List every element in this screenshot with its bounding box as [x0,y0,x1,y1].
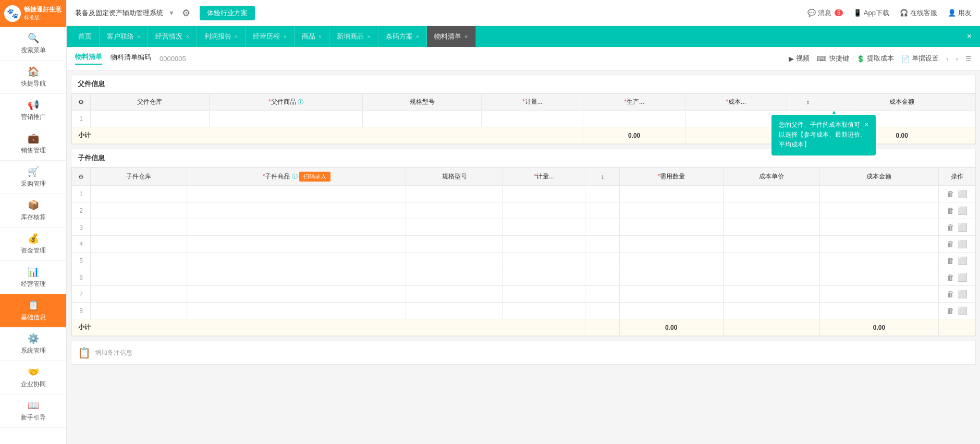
tab-new-product[interactable]: 新增商品 × [329,26,378,47]
doc-settings-button[interactable]: 📄 单据设置 [901,54,939,63]
child-qty-cell[interactable] [619,303,723,319]
th-sort[interactable]: ↕ [787,94,829,111]
child-unit-cell[interactable] [503,186,585,202]
child-product-cell[interactable] [187,186,406,202]
copy-icon[interactable]: ⬜ [958,189,967,199]
child-unit-cell[interactable] [503,253,585,269]
child-unit-cell[interactable] [503,286,585,303]
close-icon[interactable]: × [464,33,468,40]
child-unit-cost-cell[interactable] [723,303,819,319]
child-unit-cost-cell[interactable] [723,253,819,269]
child-spec-cell[interactable] [406,219,503,236]
child-sort-cell[interactable] [585,219,620,236]
dropdown-arrow-icon[interactable]: ▼ [168,9,175,17]
child-warehouse-cell[interactable] [91,303,187,319]
child-product-cell[interactable] [187,219,406,236]
close-icon[interactable]: × [283,33,286,40]
parent-product-cell[interactable] [209,111,363,127]
sidebar-item-basic-info[interactable]: 📋 基础信息 [0,294,66,328]
child-qty-cell[interactable] [619,236,723,253]
tab-bom[interactable]: 物料清单 × [427,26,475,47]
delete-icon[interactable]: 🗑 [947,273,954,282]
child-sort-cell[interactable] [585,269,620,286]
child-product-cell[interactable] [187,303,406,319]
notes-placeholder[interactable]: 增加备注信息 [95,349,132,357]
child-qty-cell[interactable] [619,219,723,236]
child-qty-cell[interactable] [619,253,723,269]
child-warehouse-cell[interactable] [91,186,187,202]
child-unit-cost-cell[interactable] [723,286,819,303]
delete-icon[interactable]: 🗑 [947,206,954,215]
child-spec-cell[interactable] [406,186,503,202]
copy-icon[interactable]: ⬜ [958,273,967,282]
child-unit-cost-cell[interactable] [723,269,819,286]
sidebar-item-search[interactable]: 🔍 搜索菜单 [0,27,66,61]
scan-button[interactable]: 扫码录入 [299,172,330,182]
parent-warehouse-cell[interactable] [91,111,210,127]
child-warehouse-cell[interactable] [91,269,187,286]
child-cost-amount-cell[interactable] [819,219,938,236]
menu-icon[interactable]: ☰ [965,55,972,63]
sidebar-item-sales[interactable]: 💼 销售管理 [0,127,66,161]
sidebar-item-guide[interactable]: 📖 新手引导 [0,394,66,428]
sub-tab-bom-code[interactable]: 物料清单编码 [111,53,151,64]
child-cost-amount-cell[interactable] [819,303,938,319]
parent-spec-cell[interactable] [363,111,482,127]
user-menu[interactable]: 👤 用友 [948,8,972,18]
child-cost-amount-cell[interactable] [819,186,938,202]
online-service-button[interactable]: 🎧 在线客服 [900,8,937,18]
tab-customer[interactable]: 客户联络 × [100,26,148,47]
delete-icon[interactable]: 🗑 [947,290,954,299]
child-sort-cell[interactable] [585,253,620,269]
close-icon[interactable]: × [186,33,189,40]
shortcut-button[interactable]: ⌨ 快捷键 [817,54,849,63]
child-unit-cell[interactable] [503,236,585,253]
sidebar-item-purchase[interactable]: 🛒 采购管理 [0,161,66,194]
child-spec-cell[interactable] [406,202,503,219]
copy-icon[interactable]: ⬜ [958,206,967,215]
child-unit-cost-cell[interactable] [723,236,819,253]
tab-history[interactable]: 经营历程 × [246,26,294,47]
sidebar-item-quick-nav[interactable]: 🏠 快捷导航 [0,61,66,94]
child-cost-amount-cell[interactable] [819,269,938,286]
close-icon[interactable]: × [367,33,370,40]
settings-gear-icon[interactable]: ⚙ [182,7,190,19]
th-settings[interactable]: ⚙ [72,94,91,111]
next-nav-button[interactable]: › [956,55,958,63]
child-sort-cell[interactable] [585,236,620,253]
delete-icon[interactable]: 🗑 [947,189,954,199]
video-button[interactable]: ▶ 视频 [789,54,810,63]
th-child-sort[interactable]: ↕ [585,168,620,186]
copy-icon[interactable]: ⬜ [958,290,967,299]
child-product-cell[interactable] [187,236,406,253]
child-sort-cell[interactable] [585,202,620,219]
sidebar-item-inventory[interactable]: 📦 库存核算 [0,194,66,227]
info-icon[interactable]: ⓘ [298,99,303,105]
child-product-cell[interactable] [187,202,406,219]
child-cost-amount-cell[interactable] [819,236,938,253]
sidebar-item-finance[interactable]: 💰 资金管理 [0,227,66,261]
th-child-settings[interactable]: ⚙ [72,168,91,186]
child-warehouse-cell[interactable] [91,253,187,269]
sidebar-item-ops[interactable]: 📊 经营管理 [0,261,66,294]
tab-ops-status[interactable]: 经营情况 × [148,26,197,47]
close-icon[interactable]: × [318,33,322,40]
child-product-cell[interactable] [187,253,406,269]
sidebar-item-collab[interactable]: 🤝 企业协同 [0,361,66,394]
delete-icon[interactable]: 🗑 [947,306,954,316]
child-sort-cell[interactable] [585,186,620,202]
child-warehouse-cell[interactable] [91,286,187,303]
child-unit-cell[interactable] [503,303,585,319]
child-spec-cell[interactable] [406,236,503,253]
child-sort-cell[interactable] [585,303,620,319]
child-sort-cell[interactable] [585,286,620,303]
prev-nav-button[interactable]: ‹ [946,55,948,63]
close-icon[interactable]: × [235,33,238,40]
child-unit-cost-cell[interactable] [723,219,819,236]
child-info-icon[interactable]: ⓘ [292,173,298,179]
tab-product[interactable]: 商品 × [295,26,329,47]
parent-unit-cell[interactable] [482,111,583,127]
sub-tab-bom[interactable]: 物料清单 [75,52,102,65]
child-qty-cell[interactable] [619,286,723,303]
sidebar-item-marketing[interactable]: 📢 营销推广 [0,94,66,127]
